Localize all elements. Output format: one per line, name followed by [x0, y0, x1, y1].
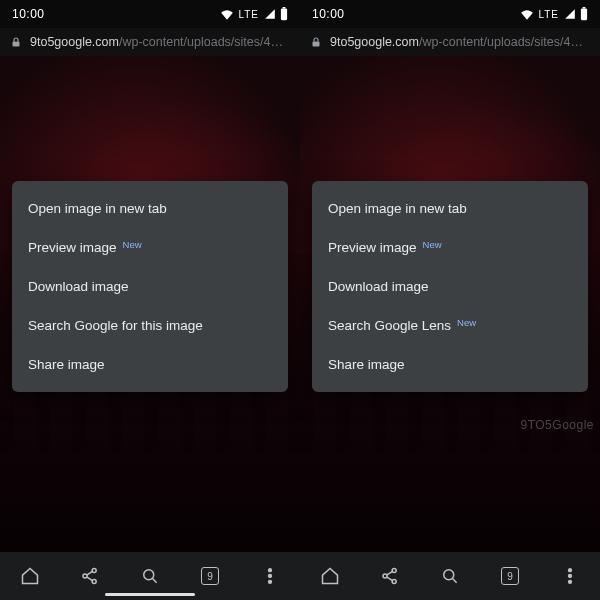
menu-item-label: Search Google for this image [28, 318, 203, 333]
menu-item-download-image[interactable]: Download image [12, 267, 288, 306]
battery-icon [580, 7, 588, 21]
page-content: Open image in new tab Preview image New … [0, 56, 300, 552]
svg-point-18 [569, 575, 572, 578]
new-badge: New [423, 239, 442, 250]
status-time: 10:00 [312, 7, 345, 21]
menu-item-open-new-tab[interactable]: Open image in new tab [312, 189, 588, 228]
menu-item-share-image[interactable]: Share image [312, 345, 588, 384]
battery-icon [280, 7, 288, 21]
url-bar[interactable]: 9to5google.com/wp-content/uploads/sites/… [0, 28, 300, 56]
svg-rect-0 [281, 9, 287, 21]
gesture-home-indicator[interactable] [105, 593, 195, 597]
watermark: 9TO5Google [521, 418, 595, 432]
menu-item-download-image[interactable]: Download image [312, 267, 588, 306]
tabs-button[interactable]: 9 [188, 554, 232, 598]
svg-rect-2 [13, 42, 20, 47]
url-path: /wp-content/uploads/sites/4… [419, 35, 583, 49]
share-button[interactable] [68, 554, 112, 598]
url-path: /wp-content/uploads/sites/4… [119, 35, 283, 49]
phone-pane-right: 10:00 LTE 9to5google.com/wp-content/uplo… [300, 0, 600, 600]
new-badge: New [457, 317, 476, 328]
svg-rect-1 [282, 7, 285, 9]
url-domain: 9to5google.com [330, 35, 419, 49]
menu-item-open-new-tab[interactable]: Open image in new tab [12, 189, 288, 228]
menu-button[interactable] [548, 554, 592, 598]
menu-item-label: Open image in new tab [328, 201, 467, 216]
menu-item-preview-image[interactable]: Preview image New [312, 228, 588, 267]
menu-item-label: Search Google Lens [328, 318, 451, 333]
svg-point-16 [444, 570, 454, 580]
menu-button[interactable] [248, 554, 292, 598]
menu-item-label: Open image in new tab [28, 201, 167, 216]
search-button[interactable] [428, 554, 472, 598]
image-context-menu: Open image in new tab Preview image New … [12, 181, 288, 392]
tab-count: 9 [501, 567, 519, 585]
home-button[interactable] [8, 554, 52, 598]
search-button[interactable] [128, 554, 172, 598]
svg-point-19 [569, 580, 572, 583]
menu-item-share-image[interactable]: Share image [12, 345, 288, 384]
network-label: LTE [238, 9, 259, 20]
svg-rect-12 [313, 42, 320, 47]
menu-item-label: Download image [328, 279, 429, 294]
tab-count: 9 [201, 567, 219, 585]
home-button[interactable] [308, 554, 352, 598]
page-content: 9TO5Google Open image in new tab Preview… [300, 56, 600, 552]
phone-pane-left: 10:00 LTE 9to5google.com/wp-content/uplo… [0, 0, 300, 600]
network-label: LTE [538, 9, 559, 20]
tabs-button[interactable]: 9 [488, 554, 532, 598]
svg-point-7 [269, 569, 272, 572]
svg-point-8 [269, 575, 272, 578]
share-button[interactable] [368, 554, 412, 598]
menu-item-search-google-lens[interactable]: Search Google Lens New [312, 306, 588, 345]
new-badge: New [123, 239, 142, 250]
svg-point-6 [144, 570, 154, 580]
bottom-toolbar: 9 [300, 552, 600, 600]
wifi-icon [220, 8, 234, 20]
lock-icon [10, 36, 22, 48]
svg-rect-10 [581, 9, 587, 21]
lock-icon [310, 36, 322, 48]
wifi-icon [520, 8, 534, 20]
status-time: 10:00 [12, 7, 45, 21]
svg-point-17 [569, 569, 572, 572]
menu-item-label: Preview image [328, 240, 417, 255]
signal-icon [564, 8, 576, 20]
svg-point-9 [269, 580, 272, 583]
image-context-menu: Open image in new tab Preview image New … [312, 181, 588, 392]
menu-item-label: Share image [28, 357, 105, 372]
status-bar: 10:00 LTE [0, 0, 300, 28]
url-domain: 9to5google.com [30, 35, 119, 49]
menu-item-label: Download image [28, 279, 129, 294]
signal-icon [264, 8, 276, 20]
menu-item-label: Share image [328, 357, 405, 372]
status-bar: 10:00 LTE [300, 0, 600, 28]
menu-item-search-google-image[interactable]: Search Google for this image [12, 306, 288, 345]
svg-rect-11 [582, 7, 585, 9]
url-bar[interactable]: 9to5google.com/wp-content/uploads/sites/… [300, 28, 600, 56]
menu-item-label: Preview image [28, 240, 117, 255]
menu-item-preview-image[interactable]: Preview image New [12, 228, 288, 267]
